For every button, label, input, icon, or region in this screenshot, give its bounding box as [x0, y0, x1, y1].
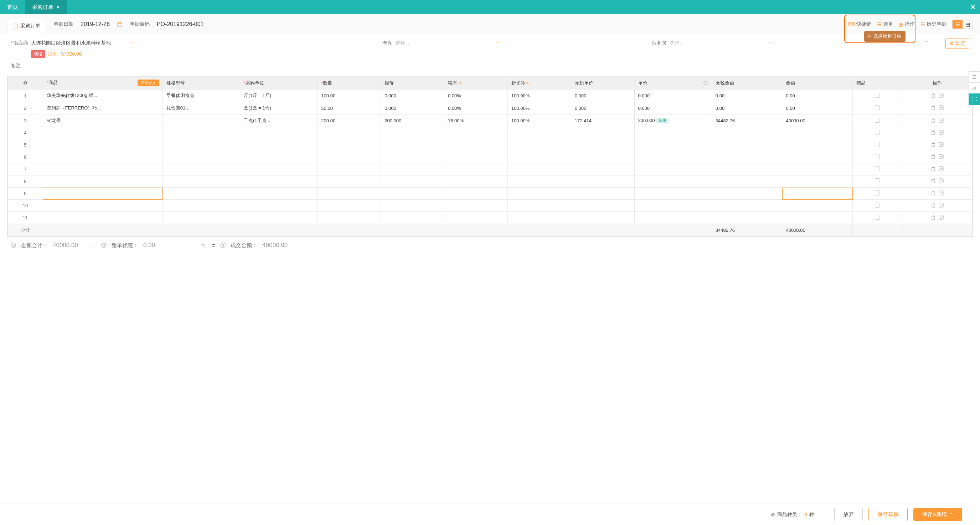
cell-price[interactable]	[634, 212, 712, 224]
cell-price[interactable]: 0.000	[634, 102, 712, 115]
shortcut-button[interactable]: ⌨快捷键	[848, 21, 871, 27]
cell-quote[interactable]	[381, 188, 444, 200]
add-icon[interactable]	[939, 203, 943, 207]
cell-product[interactable]	[43, 212, 162, 224]
cell-qty[interactable]	[318, 139, 381, 151]
cell-quote[interactable]	[381, 127, 444, 139]
rail-link-icon[interactable]: ⊘	[969, 82, 980, 94]
cell-price-notax[interactable]: 0.000	[571, 89, 634, 102]
cell-discount[interactable]	[508, 127, 571, 139]
delete-icon[interactable]	[931, 190, 936, 195]
cell-product[interactable]	[43, 188, 162, 200]
cell-tax[interactable]	[444, 212, 508, 224]
cell-product[interactable]	[43, 139, 162, 151]
col-unit[interactable]: *采购单位	[240, 77, 318, 89]
cell-discount[interactable]	[508, 200, 571, 212]
cell-product[interactable]	[43, 127, 162, 139]
cell-amount[interactable]	[782, 151, 853, 163]
add-icon[interactable]	[939, 93, 943, 98]
cell-discount[interactable]	[508, 212, 571, 224]
cell-amount[interactable]	[782, 200, 853, 212]
cell-price-notax[interactable]	[571, 163, 634, 176]
col-product[interactable]: *商品扫码录入	[43, 77, 162, 89]
cell-price[interactable]	[634, 200, 712, 212]
add-icon[interactable]	[939, 190, 943, 195]
more-icon[interactable]: ⋯	[767, 40, 776, 46]
cell-tax[interactable]: 0.00%	[444, 89, 508, 102]
cell-unit[interactable]	[240, 212, 318, 224]
cell-quote[interactable]: 0.000	[381, 89, 444, 102]
cell-discount[interactable]: 100.00%	[508, 115, 571, 127]
cell-gift[interactable]	[853, 127, 902, 139]
add-icon[interactable]	[939, 142, 943, 147]
cell-discount[interactable]	[508, 176, 571, 188]
delete-icon[interactable]	[931, 105, 936, 110]
cell-amount[interactable]: 40000.00	[782, 115, 853, 127]
cell-spec[interactable]	[162, 188, 240, 200]
cell-gift[interactable]	[853, 212, 902, 224]
cell-qty[interactable]	[318, 188, 381, 200]
cell-quote[interactable]: 0.000	[381, 102, 444, 115]
delete-icon[interactable]	[931, 93, 936, 98]
cell-unit[interactable]	[240, 139, 318, 151]
cell-qty[interactable]: 50.00	[318, 102, 381, 115]
cell-amount-notax[interactable]: 0.00	[712, 102, 782, 115]
delete-icon[interactable]	[931, 142, 936, 147]
cell-quote[interactable]	[381, 212, 444, 224]
col-price[interactable]: 单价 ⓘ	[634, 77, 712, 89]
cell-product[interactable]	[43, 176, 162, 188]
delete-icon[interactable]	[931, 118, 936, 123]
cell-unit[interactable]: 斤(1斤 = 1斤)	[240, 89, 318, 102]
cell-quote[interactable]	[381, 163, 444, 176]
checkbox[interactable]	[875, 203, 880, 207]
add-icon[interactable]	[939, 130, 943, 135]
cell-unit[interactable]	[240, 151, 318, 163]
cell-product[interactable]	[43, 151, 162, 163]
cell-spec[interactable]	[162, 115, 240, 127]
calendar-icon[interactable]	[117, 21, 123, 27]
col-amount-notax[interactable]: 无税金额	[712, 77, 782, 89]
cell-product[interactable]: 火龙果	[43, 115, 162, 127]
delete-icon[interactable]	[931, 130, 936, 135]
salesman-input[interactable]: 选择...⋯	[670, 38, 776, 48]
col-qty[interactable]: *数量	[318, 77, 381, 89]
delete-icon[interactable]	[931, 203, 936, 207]
cell-tax[interactable]	[444, 163, 508, 176]
col-action[interactable]: 操作	[902, 77, 972, 89]
cell-price-notax[interactable]	[571, 176, 634, 188]
cell-amount[interactable]	[782, 139, 853, 151]
cell-price-notax[interactable]: 0.000	[571, 102, 634, 115]
cell-qty[interactable]	[318, 127, 381, 139]
col-gift[interactable]: 赠品	[853, 77, 902, 89]
cell-amount[interactable]	[782, 127, 853, 139]
cell-tax[interactable]: 0.00%	[444, 102, 508, 115]
view-card-icon[interactable]: ▤	[963, 20, 972, 29]
cell-qty[interactable]	[318, 163, 381, 176]
rail-expand-icon[interactable]: ⛶	[969, 93, 980, 105]
cell-amount-notax[interactable]	[712, 163, 782, 176]
cell-product[interactable]: 华美华夫软饼1200g 糕...	[43, 89, 162, 102]
checkbox[interactable]	[875, 105, 880, 110]
cell-quote[interactable]	[381, 139, 444, 151]
select-order-button[interactable]: ☰选单	[877, 21, 893, 27]
table-row[interactable]: 10	[8, 200, 972, 212]
cell-tax[interactable]	[444, 127, 508, 139]
cell-quote[interactable]	[381, 176, 444, 188]
table-row[interactable]: 4	[8, 127, 972, 139]
cell-price[interactable]: 200.000历史	[634, 115, 712, 127]
cell-discount[interactable]	[508, 163, 571, 176]
view-list-icon[interactable]: ☳	[953, 20, 963, 29]
checkbox[interactable]	[875, 118, 880, 123]
cell-qty[interactable]	[318, 200, 381, 212]
history-button[interactable]: ☷历史单据	[921, 21, 947, 27]
cell-price[interactable]	[634, 127, 712, 139]
cell-quote[interactable]	[381, 200, 444, 212]
table-row[interactable]: 8	[8, 176, 972, 188]
delete-icon[interactable]	[931, 154, 936, 159]
cell-spec[interactable]: 早餐休闲食品	[162, 89, 240, 102]
cell-amount[interactable]	[782, 188, 853, 200]
cell-qty[interactable]	[318, 176, 381, 188]
checkbox[interactable]	[875, 154, 880, 159]
cell-gift[interactable]	[853, 176, 902, 188]
add-icon[interactable]	[939, 118, 943, 123]
